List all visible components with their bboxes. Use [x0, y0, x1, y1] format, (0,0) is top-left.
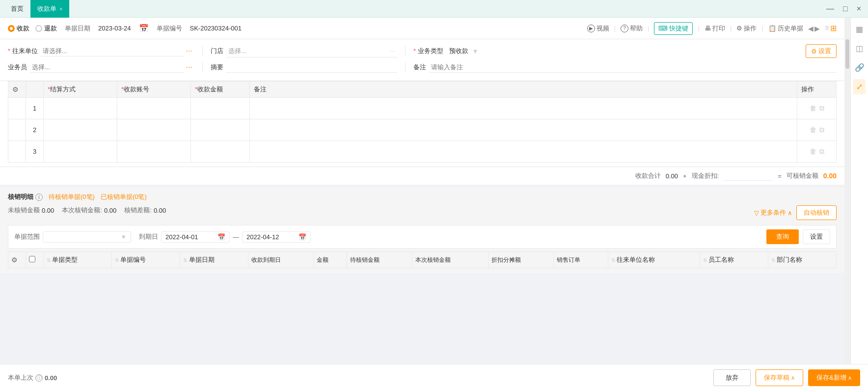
- row3-remark[interactable]: [250, 141, 797, 163]
- sidebar-link-icon[interactable]: 🔗: [852, 60, 868, 75]
- row2-account[interactable]: [117, 119, 191, 141]
- nav-prev-button[interactable]: ◀: [808, 25, 814, 32]
- row3-num: 3: [26, 141, 44, 163]
- bottom-col-current: 本次核销金额: [412, 252, 488, 268]
- bottom-col-checkbox: [26, 252, 44, 268]
- help-icon: ?: [621, 25, 628, 32]
- row3-settle[interactable]: [44, 141, 117, 163]
- table-row: 3 🗑 ⧉: [8, 141, 837, 163]
- row3-copy-icon[interactable]: ⧉: [819, 147, 824, 156]
- net-label: 可核销金额: [787, 171, 818, 180]
- footer: 本单上次 ⓘ 0.00 放弃 保存草稿 ∧ 保存&新增 ∧: [0, 364, 868, 391]
- verify-section: 核销明细 i 待核销单据(0笔) 已核销单据(0笔) 未核销金额 0.00 本次…: [0, 188, 844, 273]
- date-to-input[interactable]: [246, 233, 296, 241]
- help-link[interactable]: ? 帮助: [621, 24, 643, 33]
- bottom-col-date: ⇅ 单据日期: [180, 252, 248, 268]
- row1-num: 1: [26, 98, 44, 119]
- row1-account[interactable]: [117, 98, 191, 119]
- row1-amount[interactable]: [191, 98, 250, 119]
- row3-account[interactable]: [117, 141, 191, 163]
- more-conditions-button[interactable]: ▽ 更多条件 ∧: [754, 208, 792, 217]
- row1-remark[interactable]: [250, 98, 797, 119]
- list-view-button[interactable]: ≡: [825, 24, 829, 33]
- salesperson-input[interactable]: [30, 62, 184, 73]
- radio-receive[interactable]: 收款: [8, 24, 29, 33]
- table-settings-icon[interactable]: ⚙: [12, 85, 19, 93]
- footer-info-icon[interactable]: ⓘ: [35, 374, 43, 382]
- remark-input[interactable]: [429, 62, 837, 73]
- row2-remark[interactable]: [250, 119, 797, 141]
- row2-copy-icon[interactable]: ⧉: [819, 126, 824, 134]
- bottom-gear-icon[interactable]: ⚙: [11, 256, 18, 264]
- total-label: 收款合计: [635, 171, 661, 180]
- scroll-thumb[interactable]: [845, 39, 849, 69]
- row1-delete-icon[interactable]: 🗑: [810, 104, 816, 112]
- row3-delete-icon[interactable]: 🗑: [810, 147, 816, 156]
- col-action-header: 操作: [797, 82, 837, 98]
- sidebar-expand-icon[interactable]: ⤢: [853, 79, 866, 94]
- calendar-to-icon[interactable]: 📅: [298, 233, 306, 241]
- verify-info-icon[interactable]: i: [35, 194, 43, 201]
- grid-view-button[interactable]: ⊞: [830, 24, 837, 33]
- save-new-button[interactable]: 保存&新增 ∧: [808, 369, 860, 386]
- video-link[interactable]: ▶ 视频: [587, 24, 609, 33]
- filter-settings-button[interactable]: 设置: [803, 229, 830, 244]
- save-draft-arrow-icon: ∧: [791, 375, 795, 381]
- date-from-input[interactable]: [165, 233, 215, 241]
- tab-close-icon[interactable]: ×: [59, 0, 62, 18]
- range-select[interactable]: ▼: [43, 231, 131, 243]
- operation-link[interactable]: ⚙ 操作: [736, 24, 757, 33]
- data-table-section: ⚙ *结算方式 *收款账号 *收款金额 备注 操作: [0, 81, 844, 167]
- row1-action: 🗑 ⧉: [797, 98, 837, 119]
- settings-button[interactable]: ⚙ 设置: [806, 44, 837, 58]
- summary-input[interactable]: [226, 62, 397, 73]
- discount-label: 现金折扣:: [692, 171, 719, 180]
- print-link[interactable]: 🖶 打印: [705, 24, 725, 33]
- row2-amount[interactable]: [191, 119, 250, 141]
- date-separator: —: [233, 233, 239, 241]
- tab-active[interactable]: 收款单 ×: [30, 0, 69, 18]
- view-icons: ≡ ⊞: [825, 24, 837, 33]
- pending-tab[interactable]: 待核销单据(0笔): [49, 193, 95, 201]
- row3-amount[interactable]: [191, 141, 250, 163]
- radio-refund[interactable]: 退款: [35, 24, 57, 33]
- save-draft-button[interactable]: 保存草稿 ∧: [756, 369, 803, 386]
- discount-input[interactable]: [724, 171, 773, 181]
- store-select[interactable]: 选择... ···: [226, 45, 397, 57]
- bottom-col-settings: ⚙: [8, 252, 26, 268]
- calendar-from-icon[interactable]: 📅: [217, 233, 225, 241]
- filter-icon: ▽: [754, 209, 759, 217]
- minimize-button[interactable]: —: [823, 4, 837, 13]
- main-content: 收款 退款 单据日期 2023-03-24 📅 单据编号 SK-20230324…: [0, 18, 844, 391]
- due-date-label: 到期日: [139, 232, 158, 241]
- tab-home[interactable]: 首页: [4, 0, 30, 18]
- nav-next-button[interactable]: ▶: [814, 25, 820, 32]
- shortcut-button[interactable]: ⌨ 快捷键: [654, 22, 693, 35]
- row3-action: 🗑 ⧉: [797, 141, 837, 163]
- sidebar-table-icon[interactable]: ▦: [853, 22, 866, 37]
- auto-verify-button[interactable]: 自动核销: [796, 205, 837, 220]
- row1-copy-icon[interactable]: ⧉: [819, 104, 824, 112]
- gear-icon: ⚙: [811, 48, 817, 55]
- counterparty-more-button[interactable]: ···: [184, 47, 194, 56]
- bottom-col-due-date: 收款到期日: [248, 252, 314, 268]
- remark-field: 备注: [413, 62, 837, 73]
- sidebar-doc-icon[interactable]: ◫: [853, 41, 866, 56]
- history-link[interactable]: 📋 历史单据: [768, 24, 803, 33]
- query-button[interactable]: 查询: [766, 229, 799, 244]
- completed-tab[interactable]: 已核销单据(0笔): [101, 193, 147, 201]
- close-button[interactable]: ×: [854, 4, 864, 13]
- calendar-icon[interactable]: 📅: [139, 24, 149, 33]
- row1-settle[interactable]: [44, 98, 117, 119]
- maximize-button[interactable]: □: [840, 4, 851, 13]
- abandon-button[interactable]: 放弃: [713, 369, 751, 386]
- row2-settle[interactable]: [44, 119, 117, 141]
- bottom-col-sales-order: 销售订单: [553, 252, 608, 268]
- salesperson-more-button[interactable]: ···: [184, 63, 194, 72]
- remark-label: 备注: [413, 63, 426, 72]
- row2-delete-icon[interactable]: 🗑: [810, 126, 816, 134]
- counterparty-input[interactable]: [41, 46, 184, 56]
- business-type-arrow-icon[interactable]: ▼: [472, 48, 479, 55]
- select-all-checkbox[interactable]: [29, 256, 35, 262]
- chevron-up-icon: ∧: [787, 209, 792, 217]
